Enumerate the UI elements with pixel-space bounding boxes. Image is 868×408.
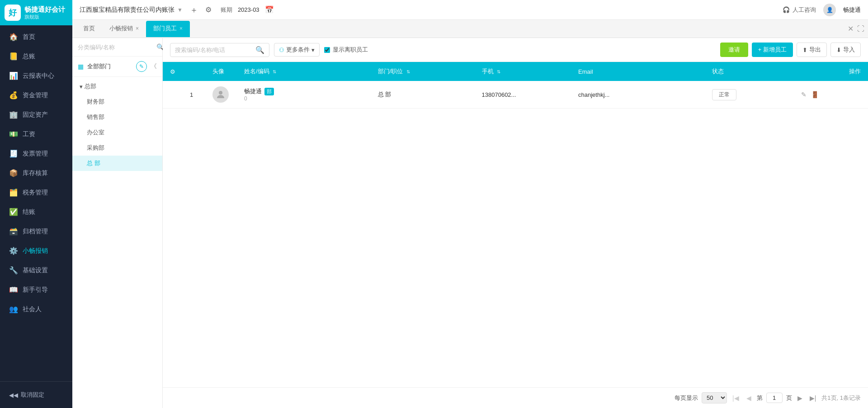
sidebar-item-label: 发票管理 — [23, 150, 48, 158]
add-tab-button[interactable]: ＋ — [188, 5, 200, 15]
export-button[interactable]: ⬆ 导出 — [797, 43, 827, 57]
add-employee-button[interactable]: + 新增员工 — [752, 43, 793, 57]
settings-icon[interactable]: ⚙ — [205, 5, 212, 14]
company-name: 江西服宝精品有限责任公司内账张 — [80, 6, 175, 14]
row-settings-cell — [163, 81, 183, 109]
show-resigned-label[interactable]: 显示离职员工 — [324, 46, 368, 54]
tab-expand-button[interactable]: ⛶ — [857, 24, 864, 33]
next-page-button[interactable]: ▶ — [796, 394, 804, 403]
period-value[interactable]: 2023-03 — [238, 6, 259, 13]
edit-button[interactable]: ✎ — [801, 91, 807, 98]
sidebar-item-funds[interactable]: 💰 资金管理 — [0, 85, 72, 105]
employee-dept: 总 部 — [378, 91, 392, 98]
sidebar-item-assets[interactable]: 🏢 固定资产 — [0, 105, 72, 124]
all-dept-label: 全部部门 — [87, 62, 111, 71]
th-name[interactable]: 姓名/编码 ⇅ — [237, 62, 371, 81]
sidebar-item-tax[interactable]: 🗂️ 税务管理 — [0, 183, 72, 202]
dept-item-purchase[interactable]: 采购部 — [72, 140, 162, 156]
show-resigned-checkbox[interactable] — [324, 47, 330, 53]
dept-root-name: 总部 — [85, 82, 96, 90]
delete-button[interactable]: 🚪 — [811, 91, 819, 98]
tab-department[interactable]: 部门员工 × — [146, 21, 190, 37]
dept-purchase-label: 采购部 — [87, 144, 104, 151]
import-button[interactable]: ⬇ 导入 — [830, 43, 861, 57]
sidebar-item-guide[interactable]: 📖 新手引导 — [0, 280, 72, 299]
sidebar-item-ledger[interactable]: 📒 总账 — [0, 47, 72, 66]
page-number-input[interactable] — [766, 393, 783, 403]
sidebar-item-label: 小畅报销 — [23, 247, 48, 255]
dept-item-finance[interactable]: 财务部 — [72, 94, 162, 109]
filter-dropdown-icon: ▾ — [311, 47, 315, 53]
left-panel: 🔍 ▦ 全部部门 ✎ 《 ▾ 总部 财务部 销售部 — [72, 38, 163, 408]
sidebar-item-checkout[interactable]: ✅ 结账 — [0, 202, 72, 222]
th-settings[interactable]: ⚙ — [163, 62, 183, 81]
row-avatar-cell — [205, 81, 237, 109]
invite-button[interactable]: 邀请 — [720, 43, 748, 57]
more-icon: 👥 — [9, 305, 18, 313]
employee-search-icon[interactable]: 🔍 — [255, 46, 264, 54]
row-status-cell: 正常 — [705, 81, 794, 109]
tab-department-close[interactable]: × — [179, 25, 183, 32]
row-email-cell: chanjethkj... — [571, 81, 705, 109]
dept-root-label[interactable]: ▾ 总部 — [72, 79, 162, 94]
sidebar-item-home[interactable]: 🏠 首页 — [0, 27, 72, 47]
status-badge: 正常 — [712, 89, 736, 100]
support-button[interactable]: 🎧 人工咨询 — [783, 6, 816, 14]
first-page-button[interactable]: |◀ — [731, 394, 741, 403]
tax-icon: 🗂️ — [9, 188, 18, 197]
sidebar-item-basic[interactable]: 🔧 基础设置 — [0, 261, 72, 280]
employee-avatar — [212, 86, 229, 103]
more-filters-button[interactable]: ⚇ 更多条件 ▾ — [274, 43, 320, 57]
sidebar-item-more[interactable]: 👥 社会人 — [0, 299, 72, 319]
per-page-select[interactable]: 50 20 100 — [702, 392, 727, 403]
di-label: 第 — [757, 394, 763, 402]
dept-search-input[interactable] — [78, 44, 154, 51]
dept-edit-button[interactable]: ✎ — [136, 61, 147, 72]
dept-item-sales[interactable]: 销售部 — [72, 109, 162, 125]
calendar-icon[interactable]: 📅 — [265, 5, 274, 14]
dept-sort-icon: ⇅ — [406, 69, 410, 74]
funds-icon: 💰 — [9, 91, 18, 100]
tab-close-all-button[interactable]: ✕ — [848, 24, 854, 33]
employee-table: ⚙ 头像 姓名/编码 ⇅ 部门/职位 ⇅ 手机 ⇅ — [163, 62, 868, 109]
collapse-button[interactable]: 《 — [151, 62, 157, 71]
cancel-fixed-btn[interactable]: ◀◀ 取消固定 — [0, 386, 72, 403]
sidebar-item-label: 基础设置 — [23, 266, 48, 275]
reports-icon: 📊 — [9, 71, 18, 80]
right-panel: 🔍 ⚇ 更多条件 ▾ 显示离职员工 邀请 + 新增员工 ⬆ 导出 — [163, 38, 868, 408]
company-selector[interactable]: 江西服宝精品有限责任公司内账张 ▼ — [80, 6, 183, 14]
table-header-row: ⚙ 头像 姓名/编码 ⇅ 部门/职位 ⇅ 手机 ⇅ — [163, 62, 868, 81]
headset-icon: 🎧 — [783, 6, 790, 13]
tab-xiaochang[interactable]: 小畅报销 × — [102, 21, 146, 37]
sidebar-item-salary[interactable]: 💵 工资 — [0, 124, 72, 144]
row-name-cell: 畅捷通 部 0 — [237, 81, 371, 109]
prev-page-button[interactable]: ◀ — [745, 394, 753, 403]
tab-xiaochang-close[interactable]: × — [136, 25, 139, 32]
sidebar-item-inventory[interactable]: 📦 库存核算 — [0, 163, 72, 183]
action-buttons: ✎ 🚪 — [801, 91, 861, 98]
support-label: 人工咨询 — [793, 6, 816, 14]
sidebar-item-label: 库存核算 — [23, 169, 48, 177]
th-dept[interactable]: 部门/职位 ⇅ — [371, 62, 475, 81]
sidebar-item-label: 归档管理 — [23, 228, 48, 236]
name-sort-icon: ⇅ — [273, 69, 276, 74]
page-label: 页 — [786, 394, 792, 402]
sidebar-item-archive[interactable]: 🗃️ 归档管理 — [0, 222, 72, 241]
th-avatar: 头像 — [205, 62, 237, 81]
sidebar-item-xiaochang[interactable]: ⚙️ 小畅报销 — [0, 241, 72, 261]
dept-item-general[interactable]: 总 部 — [72, 156, 162, 171]
tab-xiaochang-label: 小畅报销 — [109, 24, 133, 33]
logo-sub: 旗舰版 — [24, 14, 65, 20]
employee-table-container: ⚙ 头像 姓名/编码 ⇅ 部门/职位 ⇅ 手机 ⇅ — [163, 62, 868, 387]
sidebar: 好 畅捷通好会计 旗舰版 🏠 首页 📒 总账 📊 云报表中心 💰 资金管理 🏢 … — [0, 0, 72, 408]
pagination: 每页显示 50 20 100 |◀ ◀ 第 页 ▶ ▶| 共1页, 1条记录 — [163, 387, 868, 408]
sidebar-item-invoice[interactable]: 🧾 发票管理 — [0, 144, 72, 163]
tab-home[interactable]: 首页 — [76, 21, 102, 37]
last-page-button[interactable]: ▶| — [808, 394, 818, 403]
dept-item-office[interactable]: 办公室 — [72, 125, 162, 140]
sidebar-item-label: 税务管理 — [23, 189, 48, 197]
dept-search-container: 🔍 — [72, 38, 162, 57]
employee-search-input[interactable] — [175, 47, 253, 53]
th-phone[interactable]: 手机 ⇅ — [475, 62, 571, 81]
sidebar-item-reports[interactable]: 📊 云报表中心 — [0, 66, 72, 85]
